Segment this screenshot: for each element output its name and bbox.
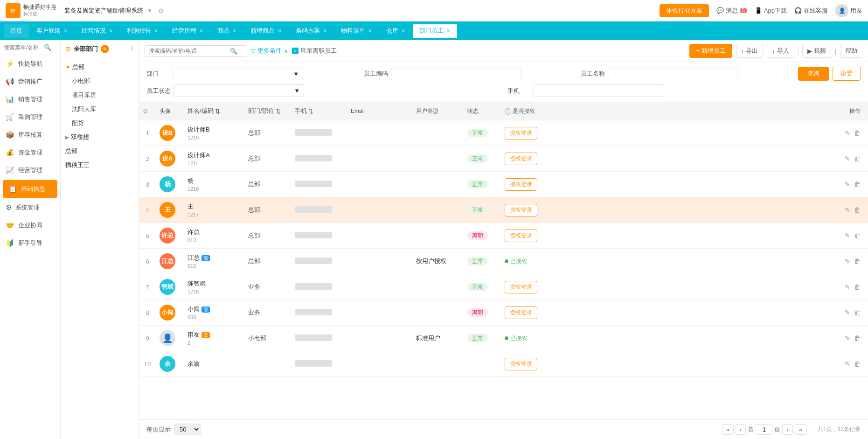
- dept-select[interactable]: ▼: [173, 68, 303, 80]
- settings-icon[interactable]: ⚙: [158, 7, 164, 14]
- delete-button[interactable]: 🗑: [854, 334, 861, 342]
- add-employee-button[interactable]: + 新增员工: [689, 44, 732, 58]
- help-button[interactable]: 帮助: [840, 44, 862, 58]
- delete-button[interactable]: 🗑: [854, 181, 861, 188]
- tab-finance-status[interactable]: 经营情况 ✕: [75, 24, 119, 38]
- dept-collapse-button[interactable]: 《: [127, 45, 134, 53]
- tab-goods[interactable]: 商品 ✕: [211, 24, 243, 38]
- delete-button[interactable]: 🗑: [854, 155, 861, 162]
- delete-button[interactable]: 🗑: [854, 129, 861, 137]
- sidebar-search-input[interactable]: [4, 44, 41, 51]
- delete-button[interactable]: 🗑: [854, 232, 861, 239]
- tab-history[interactable]: 经营历程 ✕: [166, 24, 210, 38]
- th-name-code[interactable]: 姓名/编码 ⇅: [184, 102, 244, 120]
- sidebar-item-purchase[interactable]: 🛒 采购管理: [0, 108, 60, 126]
- th-dept-pos[interactable]: 部门/职位 ⇅: [244, 102, 291, 120]
- th-phone[interactable]: 手机 ⇅: [291, 102, 347, 120]
- edit-button[interactable]: ✎: [845, 155, 850, 162]
- close-icon[interactable]: ✕: [63, 28, 68, 34]
- dept-node-xiaodian[interactable]: 小电部: [61, 74, 139, 88]
- edit-button[interactable]: ✎: [845, 129, 850, 137]
- sys-title-dropdown[interactable]: ▼: [147, 7, 153, 14]
- page-number-input[interactable]: [756, 424, 772, 435]
- sidebar-item-operations[interactable]: 📈 经营管理: [0, 161, 60, 179]
- edit-button[interactable]: ✎: [845, 206, 850, 214]
- page-size-select[interactable]: 50 100 200: [174, 424, 201, 435]
- dept-node-zongbu-parent[interactable]: ▼ 总部: [61, 60, 139, 74]
- close-icon[interactable]: ✕: [323, 28, 327, 34]
- video-button[interactable]: ▶ 视频: [802, 44, 831, 58]
- import-button[interactable]: ↓ 导入: [767, 44, 794, 58]
- auth-button[interactable]: 授权登录: [505, 358, 537, 370]
- tab-home[interactable]: 首页: [4, 24, 29, 38]
- delete-button[interactable]: 🗑: [854, 360, 861, 368]
- tab-add-goods[interactable]: 新增商品 ✕: [244, 24, 288, 38]
- user-item[interactable]: 👤 用友: [835, 4, 862, 17]
- dept-node-chaopeng[interactable]: 插秧王三: [61, 158, 139, 172]
- app-download-item[interactable]: 📱 App下载: [755, 7, 787, 15]
- edit-button[interactable]: ✎: [845, 334, 850, 342]
- show-resigned-checkbox[interactable]: ✓ 显示离职员工: [292, 47, 337, 55]
- close-icon[interactable]: ✕: [232, 28, 236, 34]
- close-icon[interactable]: ✕: [154, 28, 158, 34]
- online-service-item[interactable]: 🎧 在线客服: [794, 7, 828, 15]
- edit-button[interactable]: ✎: [845, 309, 850, 316]
- auth-button[interactable]: 授权登录: [505, 230, 537, 242]
- dept-node-shenyang[interactable]: 沈阳大库: [61, 102, 139, 116]
- sidebar-item-sales[interactable]: 📊 销售管理: [0, 91, 60, 108]
- edit-button[interactable]: ✎: [845, 232, 850, 239]
- first-page-button[interactable]: «: [722, 424, 734, 435]
- search-icon[interactable]: 🔍: [230, 48, 237, 55]
- tab-dept-emp[interactable]: 部门员工 ✕: [413, 24, 457, 38]
- dept-node-shuanglou[interactable]: ▶ 双楼想: [61, 130, 139, 144]
- tab-customer[interactable]: 客户联络 ✕: [30, 24, 74, 38]
- auth-button[interactable]: 授权登录: [505, 153, 537, 165]
- close-icon[interactable]: ✕: [368, 28, 372, 34]
- delete-button[interactable]: 🗑: [854, 309, 861, 316]
- set-button[interactable]: 设置: [833, 67, 861, 81]
- dept-node-zongbu2[interactable]: 总部: [61, 144, 139, 158]
- edit-button[interactable]: ✎: [845, 258, 850, 265]
- more-filter-button[interactable]: ▽ 更多条件 ∧: [251, 47, 288, 55]
- delete-button[interactable]: 🗑: [854, 283, 861, 291]
- th-settings[interactable]: ⚙: [139, 102, 156, 120]
- sidebar-item-collab[interactable]: 🤝 企业协同: [0, 216, 60, 234]
- sidebar-item-inventory[interactable]: 📦 库存核算: [0, 126, 60, 144]
- next-page-button[interactable]: ›: [782, 424, 792, 435]
- tab-profit[interactable]: 利润报告 ✕: [120, 24, 165, 38]
- sidebar-item-quick-nav[interactable]: ⚡ 快捷导航: [0, 55, 60, 73]
- dept-pos-sort[interactable]: 部门/职位 ⇅: [248, 107, 287, 115]
- prev-page-button[interactable]: ‹: [736, 424, 746, 435]
- delete-button[interactable]: 🗑: [854, 206, 861, 214]
- tab-barcode[interactable]: 条码方案 ✕: [289, 24, 333, 38]
- sidebar-item-finance[interactable]: 💰 资金管理: [0, 144, 60, 161]
- close-icon[interactable]: ✕: [401, 28, 405, 34]
- emp-status-select[interactable]: ▼: [174, 84, 304, 97]
- auth-button[interactable]: 授权登录: [505, 204, 537, 216]
- auth-button[interactable]: 授权登录: [505, 178, 537, 191]
- query-button[interactable]: 查询: [798, 67, 829, 81]
- auth-button[interactable]: 授权登录: [505, 127, 537, 139]
- export-button[interactable]: ↑ 导出: [736, 44, 764, 58]
- gear-icon[interactable]: ⚙: [143, 108, 148, 115]
- auth-button[interactable]: 授权登录: [505, 281, 537, 293]
- phone-input[interactable]: [534, 84, 664, 97]
- trial-button[interactable]: 体验行业方案: [660, 4, 709, 17]
- sidebar-item-basic[interactable]: 📋 基础信息: [3, 180, 57, 198]
- emp-name-input[interactable]: [608, 68, 738, 80]
- dept-edit-icon[interactable]: ✎: [101, 45, 109, 53]
- search-input[interactable]: [149, 48, 228, 54]
- dept-node-peihuo[interactable]: 配货: [61, 116, 139, 130]
- auth-button[interactable]: 授权登录: [505, 307, 537, 319]
- close-icon[interactable]: ✕: [109, 28, 113, 34]
- name-code-sort[interactable]: 姓名/编码 ⇅: [187, 107, 241, 115]
- phone-sort[interactable]: 手机 ⇅: [295, 107, 343, 115]
- last-page-button[interactable]: »: [795, 424, 806, 435]
- close-icon[interactable]: ✕: [199, 28, 203, 34]
- sidebar-item-guide[interactable]: 🔰 新手引导: [0, 234, 60, 252]
- emp-code-input[interactable]: [391, 68, 521, 80]
- message-item[interactable]: 💬 消息 5: [716, 7, 747, 15]
- sidebar-item-system[interactable]: ⚙ 系统管理: [0, 199, 60, 216]
- sidebar-item-marketing[interactable]: 📢 营销推广: [0, 73, 60, 91]
- close-icon[interactable]: ✕: [278, 28, 282, 34]
